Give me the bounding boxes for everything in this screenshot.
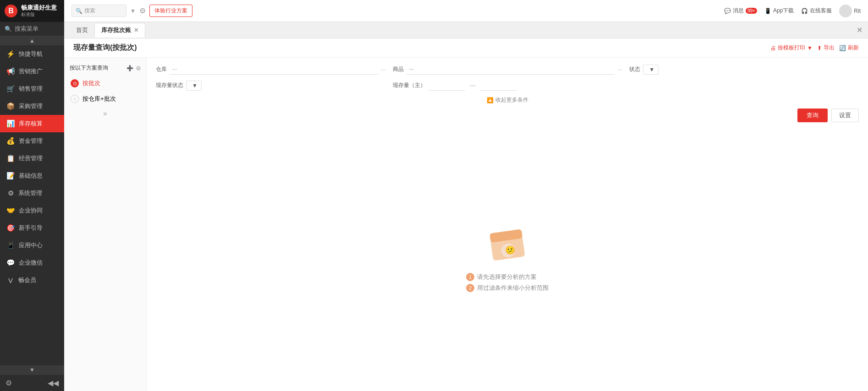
stock-qty-to-input[interactable]: [480, 80, 517, 91]
tip-text-1: 请先选择要分析的方案: [477, 273, 537, 281]
sidebar-item-wechat[interactable]: 💬 企业微信: [0, 254, 64, 272]
left-panel-collapse-button[interactable]: »: [64, 107, 146, 120]
sidebar-icon-quick-nav: ⚡: [6, 50, 15, 58]
sidebar-item-marketing[interactable]: 📢 营销推广: [0, 63, 64, 80]
search-label: 搜索菜单: [15, 25, 38, 33]
sidebar-item-finance[interactable]: 💰 资金管理: [0, 132, 64, 150]
tab-close-icon[interactable]: ✕: [134, 27, 138, 33]
sidebar-icon-newuser: 🎯: [6, 224, 15, 232]
warehouse-input[interactable]: [170, 64, 378, 75]
settings-icon[interactable]: ⚙: [5, 379, 12, 387]
template-print-button[interactable]: 🖨 按模板打印 ▼: [770, 44, 813, 52]
refresh-icon: 🔄: [839, 45, 846, 51]
app-download-icon: 📱: [764, 8, 771, 14]
stock-status-dropdown[interactable]: ▼: [186, 81, 202, 91]
sidebar-icon-sales: 🛒: [6, 85, 15, 93]
user-profile-item[interactable]: Rit: [839, 5, 861, 17]
query-button[interactable]: 查询: [797, 109, 828, 122]
headset-icon: 🎧: [801, 8, 808, 14]
topbar-right: 💬 消息 99+ 📱 App下载 🎧 在线客服 Rit: [724, 5, 861, 17]
template-print-dropdown-icon[interactable]: ▼: [807, 45, 813, 51]
sidebar-item-newuser[interactable]: 🎯 新手引导: [0, 219, 64, 237]
refresh-button[interactable]: 🔄 刷新: [839, 44, 859, 52]
sidebar-label-enterprise: 企业协同: [19, 206, 43, 215]
sidebar-item-enterprise[interactable]: 🤝 企业协同: [0, 202, 64, 219]
left-panel-action-icons: ➕ ⊙: [126, 65, 141, 71]
topbar-search-icon: 🔍: [76, 8, 82, 14]
tab-inventory-batch[interactable]: 库存批次账 ✕: [94, 23, 145, 38]
tip-num-1: 1: [466, 273, 474, 281]
online-service-label: 在线客服: [810, 7, 832, 15]
topbar-dropdown-icon[interactable]: ▼: [130, 8, 136, 14]
sidebar-label-finance: 资金管理: [19, 137, 43, 145]
sidebar-icon-marketing: 📢: [6, 67, 15, 76]
scheme-settings-icon[interactable]: ⊙: [136, 65, 141, 71]
sidebar-label-member: 畅会员: [18, 276, 36, 284]
tip-text-2: 用过滤条件来缩小分析范围: [477, 284, 549, 292]
sidebar-label-system: 系统管理: [18, 189, 42, 197]
sidebar-nav: ⚡ 快捷导航📢 营销推广🛒 销售管理📦 采购管理📊 库存核算💰 资金管理📋 经营…: [0, 45, 64, 365]
sidebar-item-member[interactable]: V 畅会员: [0, 272, 64, 289]
topbar-settings-icon[interactable]: ⚙: [139, 6, 146, 15]
sidebar-icon-member: V: [6, 277, 15, 284]
sidebar-icon-enterprise: 🤝: [6, 206, 15, 215]
page-title: 现存量查询(按批次): [73, 43, 137, 53]
sidebar-label-basic: 基础信息: [19, 172, 43, 180]
sidebar-search[interactable]: 🔍 搜索菜单: [0, 22, 64, 36]
sidebar-item-purchase[interactable]: 📦 采购管理: [0, 98, 64, 115]
warehouse-field: 仓库 ···: [156, 64, 385, 75]
content-body: 按以下方案查询 ➕ ⊙ ⊙ 按批次 ○ 按仓库+批次 »: [64, 58, 868, 391]
sidebar-item-system[interactable]: ⚙ 系统管理: [0, 185, 64, 202]
sidebar-label-quick-nav: 快捷导航: [19, 50, 43, 58]
goods-label: 商品: [393, 65, 404, 73]
sidebar-item-sales[interactable]: 🛒 销售管理: [0, 80, 64, 98]
settings-button[interactable]: 设置: [831, 109, 859, 122]
sidebar-item-basic[interactable]: 📝 基础信息: [0, 167, 64, 185]
sidebar-item-inventory[interactable]: 📊 库存核算: [0, 115, 64, 132]
message-item[interactable]: 💬 消息 99+: [724, 7, 757, 15]
goods-field: 商品 ···: [393, 64, 622, 75]
collapse-sidebar-icon[interactable]: ◀◀: [48, 379, 59, 387]
goods-input[interactable]: [407, 64, 615, 75]
tab-home[interactable]: 首页: [70, 23, 94, 37]
refresh-label: 刷新: [848, 44, 859, 52]
tabbar-close-button[interactable]: ✕: [857, 26, 863, 34]
collapse-more-conditions-button[interactable]: 🔼 收起更多条件: [156, 96, 859, 104]
status-field: 状态 ▼: [629, 65, 859, 75]
export-button[interactable]: ⬆ 导出: [817, 44, 835, 52]
warehouse-more-icon[interactable]: ···: [381, 66, 385, 73]
scheme-warehouse-batch-label: 按仓库+批次: [82, 95, 116, 103]
experience-btn[interactable]: 体验行业方案: [149, 5, 192, 17]
sidebar-item-operations[interactable]: 📋 经营管理: [0, 150, 64, 167]
message-label: 消息: [733, 7, 744, 15]
stock-qty-label: 现存量（主）: [393, 81, 426, 89]
scheme-batch-icon: ⊙: [71, 79, 79, 87]
sidebar-item-appcenter[interactable]: 📱 应用中心: [0, 237, 64, 254]
scheme-item-batch[interactable]: ⊙ 按批次: [64, 76, 146, 91]
stock-qty-from-input[interactable]: [429, 80, 465, 91]
status-dropdown[interactable]: ▼: [643, 65, 659, 75]
topbar-search-box[interactable]: 🔍 搜索: [71, 5, 126, 17]
filter-area: 仓库 ··· 商品 ··· 状态: [156, 64, 859, 109]
topbar: 🔍 搜索 ▼ ⚙ 体验行业方案 💬 消息 99+ 📱 App下载 🎧 在线客服: [64, 0, 868, 22]
export-icon: ⬆: [817, 45, 822, 51]
scroll-down-button[interactable]: ▼: [0, 365, 64, 375]
status-dropdown-arrow: ▼: [649, 66, 654, 73]
sidebar-header: B 畅康通好生意 标准版: [0, 0, 64, 22]
topbar-left: 🔍 搜索 ▼ ⚙ 体验行业方案: [71, 5, 192, 17]
scroll-up-button[interactable]: ▲: [0, 36, 64, 45]
scheme-item-warehouse-batch[interactable]: ○ 按仓库+批次: [64, 91, 146, 107]
online-service-item[interactable]: 🎧 在线客服: [801, 7, 832, 15]
left-panel-header: 按以下方案查询 ➕ ⊙: [64, 62, 146, 76]
sidebar-label-purchase: 采购管理: [19, 102, 43, 110]
tab-inventory-batch-label: 库存批次账: [101, 26, 131, 34]
sidebar-label-sales: 销售管理: [19, 85, 43, 93]
goods-more-icon[interactable]: ···: [617, 66, 622, 73]
empty-tip-2: 2 用过滤条件来缩小分析范围: [466, 284, 549, 292]
tabbar: 首页 库存批次账 ✕ ✕: [64, 22, 868, 38]
printer-icon: 🖨: [770, 45, 776, 51]
sidebar-item-quick-nav[interactable]: ⚡ 快捷导航: [0, 45, 64, 63]
app-download-item[interactable]: 📱 App下载: [764, 7, 794, 15]
page-header: 现存量查询(按批次) 🖨 按模板打印 ▼ ⬆ 导出 🔄 刷新: [64, 38, 868, 58]
add-scheme-icon[interactable]: ➕: [126, 65, 133, 71]
